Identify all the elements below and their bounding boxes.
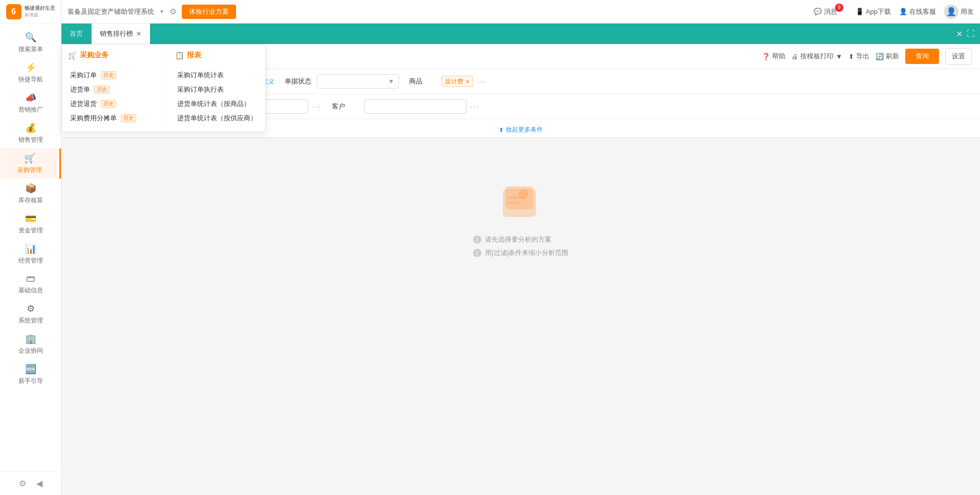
print-btn[interactable]: 🖨 按模板打印 ▼ bbox=[792, 52, 842, 61]
print-dropdown-icon[interactable]: ▼ bbox=[836, 53, 842, 60]
refresh-icon: 🔄 bbox=[876, 53, 884, 60]
marketing-icon: 📣 bbox=[25, 92, 36, 103]
export-icon: ⬆ bbox=[848, 53, 854, 60]
tab-sales-label: 销售排行榜 bbox=[100, 29, 133, 38]
sidebar-item-basic[interactable]: 🗃 基础信息 bbox=[0, 269, 61, 299]
sidebar-item-quick-nav[interactable]: ⚡ 快捷导航 bbox=[0, 58, 61, 88]
logo-name: 畅捷通好生意 bbox=[25, 5, 55, 12]
query-button[interactable]: 查询 bbox=[905, 49, 939, 64]
export-btn[interactable]: ⬆ 导出 bbox=[848, 52, 869, 61]
collapse-up-icon: ⬆ bbox=[499, 126, 504, 134]
tab-close-icon[interactable]: ✕ bbox=[136, 30, 141, 37]
goods-label: 商品 bbox=[409, 77, 437, 86]
app-download-label: App下载 bbox=[866, 7, 891, 16]
menu-item-label: 进货退货 bbox=[70, 99, 97, 109]
industry-btn[interactable]: 体验行业方案 bbox=[182, 5, 236, 19]
menu-item-report4[interactable]: 进货单统计表（按供应商） bbox=[175, 111, 259, 125]
sidebar-logo: 6 畅捷通好生意 标准版 bbox=[0, 0, 61, 24]
header-right: 💬 消息 9 📱 App下载 👤 在线客服 👤 用友 bbox=[814, 5, 974, 19]
report-section-icon: 📋 bbox=[175, 51, 184, 59]
sidebar-label-operation: 经营管理 bbox=[18, 256, 43, 265]
system-dropdown-arrow[interactable]: ▼ bbox=[159, 9, 164, 14]
sidebar-item-inventory[interactable]: 📦 库存核算 bbox=[0, 179, 61, 209]
print-label: 按模板打印 bbox=[800, 52, 834, 61]
sidebar-menu: 🔍 搜索菜单 ⚡ 快捷导航 📣 营销推广 💰 销售管理 🛒 采购管理 📦 库存核… bbox=[0, 24, 61, 471]
tab-home-label: 首页 bbox=[70, 29, 83, 38]
menu-item-label: 采购订单 bbox=[70, 71, 97, 80]
tab-sales-ranking[interactable]: 销售排行榜 ✕ bbox=[92, 24, 150, 44]
logo-sub: 标准版 bbox=[25, 12, 55, 18]
status-filter-group: 单据状态 ▼ bbox=[285, 74, 399, 89]
system-icon: ⚙ bbox=[27, 303, 35, 314]
message-badge: 9 bbox=[835, 4, 843, 12]
sidebar-label-search: 搜索菜单 bbox=[18, 45, 43, 54]
menu-item-report2[interactable]: 采购订单执行表 bbox=[175, 82, 259, 97]
sidebar-item-guide[interactable]: 🆕 新手引导 bbox=[0, 359, 61, 390]
sidebar-item-purchase[interactable]: 🛒 采购管理 bbox=[0, 148, 61, 179]
collapse-btn[interactable]: ⬆ 收起更多条件 bbox=[499, 122, 543, 134]
report-section-title: 📋 报表 bbox=[175, 51, 259, 63]
svg-rect-4 bbox=[508, 202, 521, 204]
collapse-label: 收起更多条件 bbox=[506, 125, 543, 134]
tab-home[interactable]: 首页 bbox=[61, 24, 92, 44]
tab-bar-actions: ✕ ⛶ bbox=[956, 29, 980, 39]
customer-select[interactable] bbox=[364, 99, 466, 114]
menu-item-return[interactable]: 进货退货 历史 bbox=[68, 97, 150, 111]
sidebar-item-operation[interactable]: 📊 经营管理 bbox=[0, 239, 61, 269]
history-badge: 历史 bbox=[94, 85, 110, 94]
user-action[interactable]: 👤 用友 bbox=[944, 5, 974, 19]
menu-item-label: 采购订单执行表 bbox=[177, 85, 224, 94]
history-badge: 历史 bbox=[101, 100, 116, 108]
goods-tag-text: 设计费 bbox=[445, 77, 463, 86]
sidebar-item-search[interactable]: 🔍 搜索菜单 bbox=[0, 28, 61, 58]
empty-tip2: 2 用[过滤]条件来缩小分析范围 bbox=[473, 246, 569, 260]
service-icon: 👤 bbox=[899, 8, 907, 15]
sidebar-item-enterprise[interactable]: 🏢 企业协同 bbox=[0, 329, 61, 359]
menu-item-label: 采购费用分摊单 bbox=[70, 114, 117, 123]
history-badge: 历史 bbox=[101, 71, 116, 79]
logo-icon: 6 bbox=[6, 4, 22, 19]
sidebar-label-guide: 新手引导 bbox=[18, 377, 43, 385]
goods-more-dots[interactable]: ··· bbox=[477, 77, 486, 85]
menu-item-expense[interactable]: 采购费用分摊单 历史 bbox=[68, 111, 150, 125]
sidebar-label-quick-nav: 快捷导航 bbox=[18, 75, 43, 84]
customer-dots[interactable]: ··· bbox=[471, 102, 480, 111]
menu-item-report1[interactable]: 采购订单统计表 bbox=[175, 68, 259, 82]
sidebar-item-marketing[interactable]: 📣 营销推广 bbox=[0, 88, 61, 118]
app-download-action[interactable]: 📱 App下载 bbox=[856, 7, 891, 16]
sidebar-label-inventory: 库存核算 bbox=[18, 196, 43, 205]
goods-tag-close[interactable]: ✕ bbox=[465, 79, 470, 84]
empty-tip1: 1 请先选择要分析的方案 bbox=[473, 233, 569, 246]
status-label: 单据状态 bbox=[285, 77, 313, 86]
tab-close-all-icon[interactable]: ✕ bbox=[956, 29, 963, 39]
purchase-section: 🛒 采购业务 采购订单 历史 进货单 历史 进货退货 历史 采购费用分摊单 历史 bbox=[68, 51, 150, 125]
operation-icon: 📊 bbox=[25, 243, 36, 254]
settings-button[interactable]: 设置 bbox=[945, 48, 972, 64]
print-icon: 🖨 bbox=[792, 53, 798, 60]
sidebar-item-system[interactable]: ⚙ 系统管理 bbox=[0, 299, 61, 329]
menu-item-inbound[interactable]: 进货单 历史 bbox=[68, 82, 150, 97]
salesperson-dots[interactable]: ··· bbox=[312, 102, 322, 111]
sidebar-label-finance: 资金管理 bbox=[18, 226, 43, 235]
settings-bottom-icon[interactable]: ⚙ bbox=[19, 479, 26, 488]
status-select[interactable]: ▼ bbox=[317, 74, 399, 89]
menu-item-label: 采购订单统计表 bbox=[177, 71, 224, 80]
online-service-action[interactable]: 👤 在线客服 bbox=[899, 7, 936, 16]
quick-nav-icon: ⚡ bbox=[25, 62, 36, 73]
history-badge: 历史 bbox=[121, 114, 136, 122]
status-arrow: ▼ bbox=[388, 78, 394, 85]
header-settings-icon[interactable]: ⚙ bbox=[169, 7, 177, 16]
basic-icon: 🗃 bbox=[26, 273, 35, 284]
enterprise-icon: 🏢 bbox=[25, 333, 36, 345]
refresh-btn[interactable]: 🔄 刷新 bbox=[876, 52, 899, 61]
tab-fullscreen-icon[interactable]: ⛶ bbox=[967, 29, 975, 38]
message-action[interactable]: 💬 消息 9 bbox=[814, 7, 847, 16]
menu-item-report3[interactable]: 进货单统计表（按商品） bbox=[175, 97, 259, 111]
sidebar-item-sales[interactable]: 💰 销售管理 bbox=[0, 118, 61, 148]
message-icon: 💬 bbox=[814, 8, 822, 15]
help-btn[interactable]: ❓ 帮助 bbox=[762, 52, 785, 61]
collapse-sidebar-icon[interactable]: ◀ bbox=[36, 479, 42, 488]
user-label: 用友 bbox=[961, 7, 974, 16]
menu-item-purchase-order[interactable]: 采购订单 历史 bbox=[68, 68, 150, 82]
sidebar-item-finance[interactable]: 💳 资金管理 bbox=[0, 209, 61, 239]
